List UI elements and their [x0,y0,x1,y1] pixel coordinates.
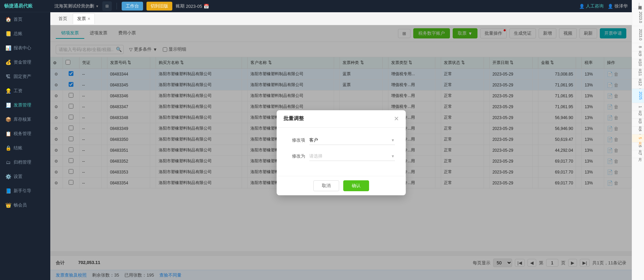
app-logo: 畅捷通易代账 [4,3,33,9]
workspace-btn[interactable]: 工作台 [122,2,143,11]
sidebar-icon-0: 🏠 [5,17,11,22]
sidebar-item-畅会员[interactable]: 👑 畅会员 [0,198,50,212]
period-item-15[interactable]: 7月 [632,150,644,158]
sidebar-item-发票管理[interactable]: 🧾 发票管理 [0,98,50,112]
modal-body: 修改项 客户 ▼ 修改为 请选择 ▼ [277,128,406,176]
modify-field-value: 客户 [309,137,318,143]
modal-row-field: 修改项 客户 ▼ [288,136,395,145]
sidebar-item-首页[interactable]: 🏠 首页 [0,12,50,27]
period-item-10[interactable]: 2月 [632,111,644,119]
page-content: 销项发票 进项发票 费用小票 ⊞ 税务数字账户 取票 ▼ 批量操作 生成凭证 新… [50,25,632,280]
modal-overlay: 批量调整 ✕ 修改项 客户 ▼ 修改为 [50,25,632,280]
company-icon-btn[interactable]: ⊞ [102,1,112,11]
period-item-0[interactable]: 期间速... [632,0,644,9]
period-item-8[interactable]: 2025 [632,89,644,103]
sidebar-label-12: 新手引导 [14,188,31,194]
tab-invoice-close[interactable]: ✕ [87,17,90,21]
modify-field-label: 修改项 [288,137,305,143]
period-item-14[interactable]: 6月 [632,143,644,150]
logo-area: 畅捷通易代账 [0,0,50,12]
sidebar-item-资金管理[interactable]: 💰 资金管理 [0,55,50,69]
service-icon: 👤 [579,4,585,9]
company-arrow-icon: ▼ [95,4,99,8]
modify-to-placeholder: 请选择 [309,153,323,159]
sidebar-icon-7: 📦 [5,117,11,122]
sidebar-item-归档管理[interactable]: 🗂 归档管理 [0,155,50,169]
sidebar-item-工资[interactable]: 👷 工资 [0,84,50,98]
field-select-arrow-icon: ▼ [391,138,395,142]
sidebar-icon-4: 🏗 [5,74,11,79]
sidebar-label-5: 工资 [14,88,22,94]
period-item-12[interactable]: 4月 [632,127,644,134]
cancel-btn[interactable]: 取消 [313,180,339,191]
period-item-2[interactable]: 2023.0 [632,26,644,44]
sidebar-item-报表中心[interactable]: 📊 报表中心 [0,41,50,55]
period-item-9[interactable]: 1月 [632,103,644,111]
sidebar-icon-1: 📒 [5,31,11,36]
period-item-1[interactable]: 2023.0 [632,9,644,26]
sidebar-icon-3: 💰 [5,60,11,65]
user-info[interactable]: 👤 徐泽华 [608,3,628,9]
sidebar-label-13: 畅会员 [14,202,27,208]
period-item-6[interactable]: 11月 [632,69,644,79]
sidebar-icon-9: 🔒 [5,145,11,151]
modify-field-select[interactable]: 客户 ▼ [309,136,395,145]
modal-footer: 取消 确认 [277,176,406,195]
user-name: 徐泽华 [614,3,628,9]
sidebar-label-3: 资金管理 [14,59,31,65]
period-item-5[interactable]: 10月 [632,59,644,69]
company-name: 沈海英测试经营勿删 [54,3,94,9]
sidebar-label-0: 首页 [14,16,22,22]
user-avatar-icon: 👤 [608,4,613,9]
modal-title: 批量调整 [283,115,304,122]
period-item-7[interactable]: 12月 [632,79,644,89]
sidebar-item-固定资产[interactable]: 🏗 固定资产 [0,69,50,84]
sidebar-label-7: 库存核算 [14,116,31,122]
service-btn[interactable]: 👤 人工咨询 [579,3,604,9]
period-item-13[interactable]: 5月 [632,134,644,142]
period-item-4[interactable]: 9月 [632,51,644,59]
modal-header: 批量调整 ✕ [277,110,406,128]
sidebar-icon-11: ⚙️ [5,174,11,179]
content-tabs: 首页 发票 ✕ [50,12,632,25]
company-selector[interactable]: 沈海英测试经营勿删 ▼ [54,3,99,9]
confirm-btn[interactable]: 确认 [343,180,369,191]
service-label: 人工咨询 [586,3,604,9]
sidebar-icon-13: 👑 [5,202,11,208]
modify-to-select[interactable]: 请选择 ▼ [309,152,395,161]
sidebar-item-总账[interactable]: 📒 总账 [0,27,50,41]
to-select-arrow-icon: ▼ [391,154,395,158]
sidebar-label-1: 总账 [14,31,22,37]
batch-adjust-modal: 批量调整 ✕ 修改项 客户 ▼ 修改为 [277,110,406,195]
topbar: 沈海英测试经营勿删 ▼ ⊞ 工作台 切到旧版 账期 2023-05 📅 👤 人工… [50,0,632,12]
sidebar-icon-6: 🧾 [5,102,11,108]
modify-to-label: 修改为 [288,153,305,159]
tab-home-label: 首页 [58,16,67,22]
topbar-right: 👤 人工咨询 👤 徐泽华 [579,3,628,9]
period-label: 账期 [176,3,185,9]
sidebar: 畅捷通易代账 🏠 首页 📒 总账 📊 报表中心 💰 资金管理 🏗 固定资产 👷 … [0,0,50,280]
period-value: 2023-05 [186,4,202,9]
tab-home[interactable]: 首页 [54,14,71,24]
sidebar-icon-12: 📘 [5,188,11,194]
sidebar-label-4: 固定资产 [14,73,31,80]
sidebar-item-新手引导[interactable]: 📘 新手引导 [0,184,50,198]
tab-invoice[interactable]: 发票 ✕ [73,13,95,24]
sidebar-label-2: 报表中心 [14,45,31,51]
period-item-3[interactable]: 8月 [632,43,644,51]
sidebar-item-库存核算[interactable]: 📦 库存核算 [0,112,50,127]
calendar-icon[interactable]: 📅 [204,4,209,9]
sidebar-icon-5: 👷 [5,88,11,94]
sidebar-item-结账[interactable]: 🔒 结账 [0,141,50,155]
sidebar-item-税务管理[interactable]: 📋 税务管理 [0,127,50,141]
sidebar-label-11: 设置 [14,174,22,180]
sidebar-icon-10: 🗂 [5,160,11,165]
modal-close-icon[interactable]: ✕ [394,115,399,122]
sidebar-item-设置[interactable]: ⚙️ 设置 [0,169,50,184]
sidebar-icon-8: 📋 [5,131,11,136]
sidebar-icon-2: 📊 [5,45,11,51]
modal-row-to: 修改为 请选择 ▼ [288,152,395,161]
switch-version-btn[interactable]: 切到旧版 [146,2,172,11]
divider [117,3,117,10]
period-item-11[interactable]: 3月 [632,119,644,127]
